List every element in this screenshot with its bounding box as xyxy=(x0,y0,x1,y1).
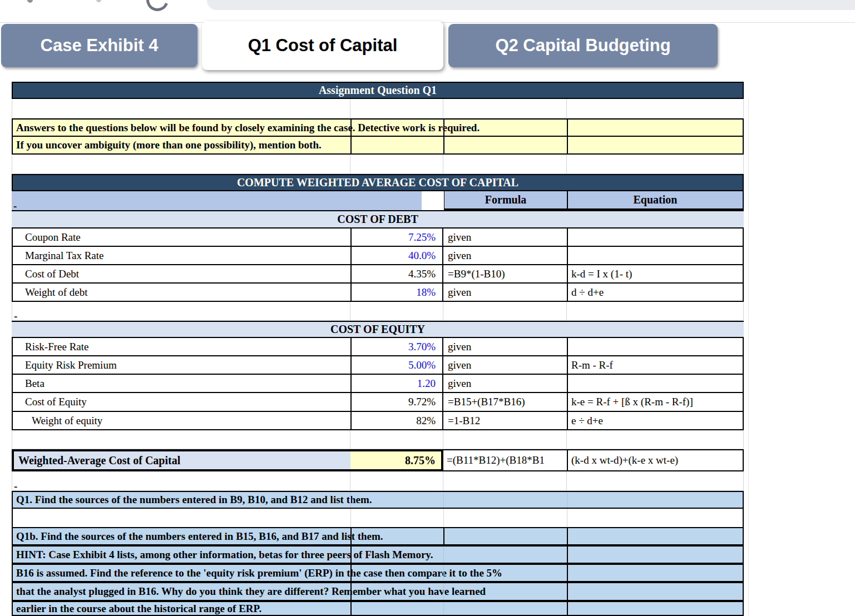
cell-equation[interactable] xyxy=(567,247,744,264)
question-cell[interactable] xyxy=(350,547,443,563)
question-text[interactable]: that the analyst plugged in B16. Why do … xyxy=(12,583,350,600)
cell-equation[interactable] xyxy=(567,375,744,392)
note-row-2[interactable]: If you uncover ambiguity (more than one … xyxy=(12,137,744,155)
empty-cell[interactable] xyxy=(443,99,567,118)
forward-icon[interactable] xyxy=(96,0,101,2)
dash-cell[interactable]: - xyxy=(12,191,350,210)
empty-cell[interactable] xyxy=(12,509,350,527)
cell-equation[interactable]: d ÷ d+e xyxy=(567,284,744,301)
back-icon[interactable] xyxy=(27,0,33,3)
empty-cell[interactable] xyxy=(567,99,744,118)
cell-value[interactable]: 1.20 xyxy=(350,375,443,392)
question-row-q1b[interactable]: Q1b. Find the sources of the numbers ent… xyxy=(12,527,744,545)
cell-label[interactable]: Cost of Debt xyxy=(12,265,350,282)
question-cell[interactable] xyxy=(350,565,443,581)
note-cell[interactable] xyxy=(350,137,443,153)
empty-cell[interactable] xyxy=(12,155,350,173)
question-cell[interactable] xyxy=(567,547,744,563)
cell-equation[interactable]: R-m - R-f xyxy=(567,356,744,374)
tab-q2-capital-budgeting[interactable]: Q2 Capital Budgeting xyxy=(448,24,718,67)
wacc-value[interactable]: 8.75% xyxy=(350,451,441,469)
empty-cell[interactable] xyxy=(567,509,744,527)
cell-value[interactable]: 5.00% xyxy=(350,356,443,374)
empty-cell[interactable] xyxy=(567,471,744,490)
tab-q1-cost-of-capital[interactable]: Q1 Cost of Capital xyxy=(202,21,443,70)
empty-row[interactable] xyxy=(12,155,744,174)
dash-cell[interactable]: - xyxy=(12,471,350,490)
cell-label[interactable]: Weight of equity xyxy=(12,412,350,429)
question-row-q1[interactable]: Q1. Find the sources of the numbers ente… xyxy=(12,491,744,509)
note-text[interactable]: If you uncover ambiguity (more than one … xyxy=(12,137,350,153)
empty-cell[interactable] xyxy=(350,155,443,173)
cell-equation[interactable]: k-e = R-f + [ß x (R-m - R-f)] xyxy=(567,393,744,411)
question-cell[interactable] xyxy=(350,528,443,544)
empty-row[interactable]: - xyxy=(12,471,744,491)
empty-cell[interactable] xyxy=(567,155,744,173)
question-cell[interactable] xyxy=(567,602,744,615)
question-cell[interactable] xyxy=(443,565,567,581)
cell-formula[interactable]: given xyxy=(443,247,567,264)
question-cell[interactable] xyxy=(567,528,744,544)
cell-value[interactable]: 9.72% xyxy=(350,393,443,411)
dash-cell[interactable]: - xyxy=(12,302,350,320)
wacc-formula[interactable]: =(B11*B12)+(B18*B1 xyxy=(443,449,567,471)
cell-value[interactable]: 82% xyxy=(350,412,443,429)
cell-formula[interactable]: =1-B12 xyxy=(443,412,567,429)
question-text[interactable]: Q1. Find the sources of the numbers ente… xyxy=(12,492,350,508)
cell-formula[interactable]: given xyxy=(443,356,567,374)
empty-cell[interactable] xyxy=(443,509,567,527)
empty-cell[interactable] xyxy=(567,302,744,320)
cell-value[interactable]: 3.70% xyxy=(350,338,443,355)
cell-formula[interactable]: =B15+(B17*B16) xyxy=(443,393,567,411)
empty-cell[interactable] xyxy=(350,471,443,490)
cell-label[interactable]: Beta xyxy=(12,375,350,392)
cell-formula[interactable]: =B9*(1-B10) xyxy=(443,265,567,282)
note-text[interactable]: Answers to the questions below will be f… xyxy=(12,120,350,136)
cell-value[interactable]: 7.25% xyxy=(350,228,443,246)
note-cell[interactable] xyxy=(567,120,744,136)
empty-row[interactable]: - xyxy=(12,302,744,321)
question-cell[interactable] xyxy=(567,492,744,508)
question-row-b16[interactable]: B16 is assumed. Find the reference to th… xyxy=(12,564,744,582)
empty-cell[interactable] xyxy=(350,509,443,527)
note-cell[interactable] xyxy=(567,137,744,153)
empty-row[interactable] xyxy=(12,509,744,527)
cell-value[interactable]: 18% xyxy=(350,284,443,301)
cell-label[interactable]: Marginal Tax Rate xyxy=(12,247,350,264)
cell-equation[interactable]: e ÷ d+e xyxy=(567,412,744,429)
question-text[interactable]: Q1b. Find the sources of the numbers ent… xyxy=(12,528,350,544)
question-cell[interactable] xyxy=(443,547,567,563)
cell-value[interactable]: 40.0% xyxy=(350,247,443,264)
empty-cell[interactable] xyxy=(443,155,567,173)
question-cell[interactable] xyxy=(350,492,443,508)
question-cell[interactable] xyxy=(567,583,744,600)
empty-cell[interactable] xyxy=(443,302,567,320)
tab-case-exhibit-4[interactable]: Case Exhibit 4 xyxy=(1,24,197,67)
empty-cell[interactable] xyxy=(12,430,350,449)
cell-formula[interactable]: given xyxy=(443,228,567,246)
cell-equation[interactable]: k-d = I x (1- t) xyxy=(567,265,744,282)
cell-label[interactable]: Cost of Equity xyxy=(12,393,350,411)
question-row-analyst[interactable]: that the analyst plugged in B16. Why do … xyxy=(12,582,744,601)
empty-cell[interactable] xyxy=(350,99,443,118)
note-cell[interactable] xyxy=(350,120,443,136)
cell-label[interactable]: Equity Risk Premium xyxy=(12,356,350,374)
cell-formula[interactable]: given xyxy=(443,338,567,355)
question-row-hint[interactable]: HINT: Case Exhibit 4 lists, among other … xyxy=(12,545,744,564)
cell-formula[interactable]: given xyxy=(443,284,567,301)
note-cell[interactable] xyxy=(443,120,567,136)
address-bar[interactable] xyxy=(207,0,855,10)
question-cell[interactable] xyxy=(350,583,443,600)
question-row-erp-range[interactable]: earlier in the course about the historic… xyxy=(12,601,744,616)
empty-row[interactable] xyxy=(12,430,744,449)
note-row-1[interactable]: Answers to the questions below will be f… xyxy=(12,118,744,137)
wacc-label[interactable]: Weighted-Average Cost of Capital xyxy=(14,451,350,469)
question-cell[interactable] xyxy=(350,602,443,615)
empty-row[interactable] xyxy=(12,99,744,118)
question-cell[interactable] xyxy=(567,565,744,581)
empty-cell[interactable] xyxy=(350,302,443,320)
cell-label[interactable]: Weight of debt xyxy=(12,284,350,301)
question-cell[interactable] xyxy=(443,528,567,544)
note-cell[interactable] xyxy=(443,137,567,153)
question-text[interactable]: HINT: Case Exhibit 4 lists, among other … xyxy=(12,547,350,563)
